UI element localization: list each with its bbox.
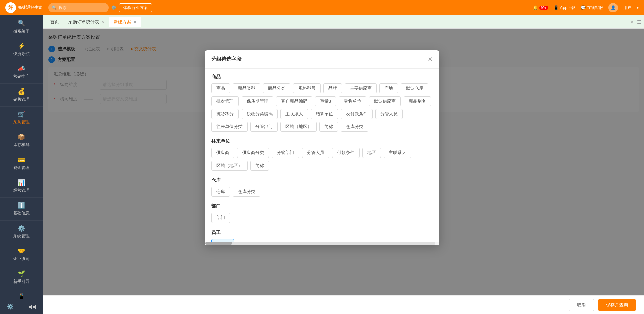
field-tag[interactable]: 主要供应商 [345,83,377,93]
field-group-department: 部门 部门 [211,203,433,223]
field-tag[interactable]: 部门 [211,213,230,223]
field-tag[interactable]: 商品分类 [263,83,290,93]
field-tag[interactable]: 简称 [319,122,338,132]
field-tag[interactable]: 品牌 [323,83,342,93]
field-tag[interactable]: 区域（地区） [280,122,317,132]
inventory-icon: 📦 [18,133,25,141]
field-tag[interactable]: 区域（地区） [211,161,248,171]
sidebar-item-sales[interactable]: 💰 销售管理 [0,84,43,107]
search-placeholder: 搜索 [59,5,67,11]
field-tag[interactable]: 商品别名 [404,96,431,106]
field-tag[interactable]: 收付款条件 [341,109,373,119]
sidebar-item-label: 企业协同 [13,256,30,262]
sidebar: 🔍 搜索菜单 ⚡ 快捷导航 📣 营销推广 💰 销售管理 🛒 采购管理 📦 库存核… [0,15,43,314]
field-tag[interactable]: 分管人员 [375,109,403,119]
tab-new-scheme[interactable]: 新建方案 ✕ [109,17,141,27]
avatar[interactable]: 👤 [608,3,618,12]
field-tag[interactable]: 税收分类编码 [241,109,278,119]
field-tag[interactable]: 拣货积分 [211,109,239,119]
sidebar-item-label: 搜索菜单 [13,28,30,34]
field-tag[interactable]: 分管人员 [302,148,329,158]
field-tag[interactable]: 批次管理 [211,96,239,106]
cancel-button[interactable]: 取消 [569,299,594,311]
sidebar-item-search[interactable]: 🔍 搜索菜单 [0,15,43,38]
field-tag[interactable]: 供应商分类 [237,148,269,158]
tab-close-icon[interactable]: ✕ [101,20,104,24]
field-tag[interactable]: 往来单位分类 [211,122,248,132]
sidebar-item-finance[interactable]: 💳 资金管理 [0,152,43,175]
logo-text: 畅捷通好生意 [18,5,42,10]
field-tags-department: 部门 [211,213,433,223]
save-query-button[interactable]: 保存并查询 [598,299,636,311]
field-tag[interactable]: 付款条件 [332,148,360,158]
field-group-partner: 往来单位 供应商 供应商分类 分管部门 分管人员 付款条件 地区 主联系人 区域… [211,138,433,171]
sidebar-item-label: 快捷导航 [13,51,30,57]
field-tag[interactable]: 默认供应商 [369,96,401,106]
sidebar-item-operation[interactable]: 📊 经营管理 [0,175,43,198]
notification-item[interactable]: 🔔 99+ [533,5,548,10]
field-tag[interactable]: 重量3 [315,96,336,106]
sidebar-item-label: 采购管理 [13,119,30,125]
sidebar-item-label: 基础信息 [13,210,30,216]
field-tag[interactable]: 规格型号 [293,83,321,93]
app-download-item[interactable]: 📱 App下载 [554,5,575,11]
search-bar[interactable]: 🔍 搜索 [48,3,109,12]
modal-close-btn[interactable]: ✕ [428,56,433,63]
tab-close-icon[interactable]: ✕ [133,20,137,24]
field-tag[interactable]: 商品 [211,83,230,93]
trial-btn[interactable]: 体验行业方案 [119,3,152,12]
sidebar-item-inventory[interactable]: 📦 库存核算 [0,129,43,152]
sidebar-item-marketing[interactable]: 📣 营销推广 [0,61,43,84]
modal-title: 分组待选字段 [211,56,241,62]
sidebar-item-label: 新手引导 [13,279,30,285]
guide-icon: 🌱 [18,270,25,277]
field-tag[interactable]: 客户商品编码 [276,96,312,106]
finance-icon: 💳 [18,156,25,164]
field-group-title-product: 商品 [211,74,433,80]
sidebar-item-purchase[interactable]: 🛒 采购管理 [0,107,43,129]
field-tag[interactable]: 商品类型 [233,83,260,93]
field-group-product: 商品 商品 商品类型 商品分类 规格型号 品牌 主要供应商 产地 默认仓库 批次… [211,74,433,132]
tab-close-all-icon[interactable]: ✕ [630,19,634,25]
field-tag[interactable]: 分管部门 [250,122,278,132]
field-tag[interactable]: 简称 [250,161,269,171]
search-menu-icon: 🔍 [18,19,25,27]
service-icon: 💬 [581,5,586,10]
field-tag[interactable]: 默认仓库 [401,83,428,93]
field-tag[interactable]: 保质期管理 [241,96,273,106]
field-tags-warehouse: 仓库 仓库分类 [211,187,433,197]
field-tag[interactable]: 仓库分类 [233,187,260,197]
tab-home[interactable]: 首页 [46,17,64,27]
field-tag[interactable]: 分管部门 [272,148,299,158]
settings-icon[interactable]: ⚙️ [111,5,116,10]
field-tag-bizstaff[interactable]: 业务员 [211,239,234,242]
sidebar-item-guide[interactable]: 🌱 新手引导 [0,266,43,289]
sidebar-item-basic[interactable]: ℹ️ 基础信息 [0,198,43,221]
tab-purchase-stats[interactable]: 采购订单统计表 ✕ [64,17,109,27]
sidebar-item-system[interactable]: ⚙️ 系统管理 [0,221,43,243]
logo-icon: 好 [5,2,16,13]
field-tag[interactable]: 零售单位 [339,96,366,106]
field-tag[interactable]: 主联系人 [280,109,308,119]
field-tag[interactable]: 产地 [379,83,398,93]
modal-header: 分组待选字段 ✕ [205,50,439,69]
tab-menu-icon[interactable]: ☰ [637,19,641,25]
field-tag[interactable]: 供应商 [211,148,234,158]
sidebar-item-quicknav[interactable]: ⚡ 快捷导航 [0,38,43,61]
collapse-icon[interactable]: ◀◀ [28,303,36,310]
tab-bar-right: ✕ ☰ [630,19,641,25]
tab-bar: 首页 采购订单统计表 ✕ 新建方案 ✕ ✕ ☰ [43,15,644,29]
field-tag[interactable]: 地区 [362,148,381,158]
field-tag[interactable]: 主联系人 [384,148,411,158]
modal-body: 商品 商品 商品类型 商品分类 规格型号 品牌 主要供应商 产地 默认仓库 批次… [205,69,439,242]
field-tag[interactable]: 仓库分类 [341,122,368,132]
field-tag[interactable]: 结算单位 [311,109,338,119]
sidebar-bottom: ⚙️ ◀◀ [0,299,43,314]
settings-bottom-icon[interactable]: ⚙️ [7,303,14,310]
field-tags-product: 商品 商品类型 商品分类 规格型号 品牌 主要供应商 产地 默认仓库 批次管理 … [211,83,433,132]
collab-icon: 🤝 [18,247,25,255]
sidebar-item-collab[interactable]: 🤝 企业协同 [0,243,43,266]
modal-hscroll[interactable] [205,242,439,245]
online-service-item[interactable]: 💬 在线客服 [581,5,603,11]
field-tag[interactable]: 仓库 [211,187,230,197]
